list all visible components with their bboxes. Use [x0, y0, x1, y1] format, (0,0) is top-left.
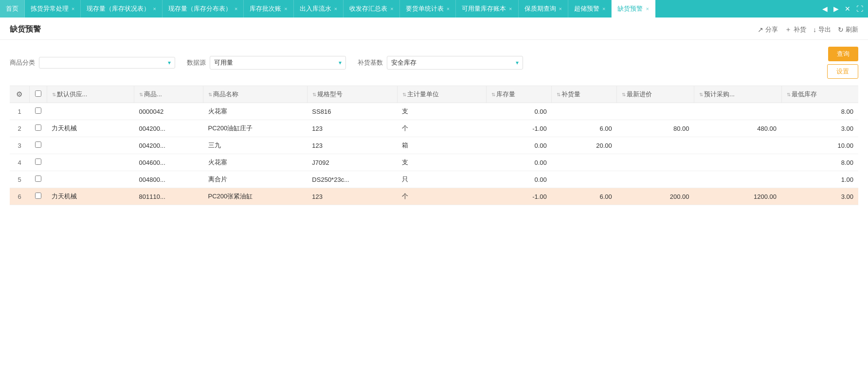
table-row: 6 力天机械 801110... PC200张紧油缸 123 个 -1.00 6… [10, 188, 858, 205]
data-table: ⚙ ⇅默认供应... ⇅商品... ⇅商品名称 ⇅规格型号 ⇅主计量单位 ⇅库存… [10, 86, 858, 205]
nav-fullscreen-btn[interactable]: ⛶ [853, 4, 866, 13]
row-min-stock-3: 8.00 [781, 154, 858, 171]
row-name-2: 三九 [203, 137, 307, 154]
col-name[interactable]: ⇅商品名称 [203, 86, 307, 103]
nav-tab-9[interactable]: 保质期查询× [519, 0, 568, 18]
row-supplier-1: 力天机械 [47, 120, 134, 137]
row-latest-price-5: 200.00 [617, 188, 694, 205]
settings-button[interactable]: 设置 [827, 64, 858, 79]
nav-tab-close-6[interactable]: × [390, 6, 393, 12]
col-estimated[interactable]: ⇅预计采购... [694, 86, 782, 103]
col-supplier[interactable]: ⇅默认供应... [47, 86, 134, 103]
row-estimated-3 [694, 154, 782, 171]
nav-tab-0[interactable]: 首页 [0, 0, 25, 18]
row-min-stock-2: 10.00 [781, 137, 858, 154]
datasource-select[interactable]: 可用量 ▾ [210, 56, 346, 70]
row-spec-1: 123 [307, 120, 397, 137]
col-code[interactable]: ⇅商品... [134, 86, 203, 103]
nav-tab-label-9: 保质期查询 [524, 4, 556, 13]
export-action[interactable]: ↓ 导出 [813, 25, 831, 34]
share-action[interactable]: ↗ 分享 [758, 25, 778, 34]
row-spec-5: 123 [307, 188, 397, 205]
row-estimated-1: 480.00 [694, 120, 782, 137]
col-spec[interactable]: ⇅规格型号 [307, 86, 397, 103]
table-row: 2 力天机械 004200... PC200油缸庄子 123 个 -1.00 6… [10, 120, 858, 137]
nav-next-btn[interactable]: ▶ [831, 4, 842, 13]
row-checkbox-5[interactable] [35, 193, 41, 199]
row-checkbox-4[interactable] [35, 176, 41, 182]
row-stock-1: -1.00 [487, 120, 552, 137]
col-min-stock[interactable]: ⇅最低库存 [781, 86, 858, 103]
restock-select[interactable]: 安全库存 ▾ [387, 56, 523, 70]
nav-tab-label-6: 收发存汇总表 [349, 4, 387, 13]
row-estimated-2 [694, 137, 782, 154]
page-header: 缺货预警 ↗ 分享 ＋ 补货 ↓ 导出 ↻ 刷新 [0, 18, 868, 40]
row-unit-5: 个 [397, 188, 487, 205]
row-check-0[interactable] [29, 103, 47, 120]
nav-tab-label-11: 缺货预警 [617, 4, 643, 13]
nav-tab-10[interactable]: 超储预警× [568, 0, 612, 18]
nav-tab-3[interactable]: 现存量（库存分布表）× [163, 0, 244, 18]
row-check-2[interactable] [29, 137, 47, 154]
row-checkbox-1[interactable] [35, 124, 41, 131]
nav-tab-close-1[interactable]: × [72, 6, 74, 12]
row-check-4[interactable] [29, 171, 47, 188]
row-code-1: 004200... [134, 120, 203, 137]
column-settings-btn[interactable]: ⚙ [16, 90, 22, 99]
nav-tab-11[interactable]: 缺货预警× [612, 0, 655, 18]
share-label: 分享 [765, 25, 778, 34]
nav-tab-close-4[interactable]: × [284, 6, 287, 12]
nav-tab-label-10: 超储预警 [574, 4, 599, 13]
top-navigation: 首页拣货异常处理×现存量（库存状况表）×现存量（库存分布表）×库存批次账×出入库… [0, 0, 868, 18]
nav-tab-8[interactable]: 可用量库存账本× [456, 0, 518, 18]
row-restock-3 [552, 154, 617, 171]
nav-tab-close-2[interactable]: × [153, 6, 156, 12]
row-unit-0: 支 [397, 103, 487, 120]
nav-tab-close-8[interactable]: × [509, 6, 512, 12]
restock-filter-label: 补货基数 [358, 58, 383, 67]
col-restock[interactable]: ⇅补货量 [552, 86, 617, 103]
row-check-3[interactable] [29, 154, 47, 171]
row-code-3: 004600... [134, 154, 203, 171]
nav-tab-close-7[interactable]: × [447, 6, 450, 12]
select-all-checkbox[interactable] [35, 90, 41, 97]
nav-tab-close-9[interactable]: × [559, 6, 562, 12]
datasource-select-value: 可用量 [214, 58, 233, 67]
nav-tab-label-8: 可用量库存账本 [462, 4, 506, 13]
filter-actions: 查询 设置 [827, 47, 858, 79]
nav-close-btn[interactable]: ✕ [842, 4, 853, 13]
row-latest-price-4 [617, 171, 694, 188]
restock-action[interactable]: ＋ 补货 [785, 25, 806, 34]
category-select[interactable]: ▾ [39, 57, 175, 69]
row-unit-2: 箱 [397, 137, 487, 154]
col-latest-price[interactable]: ⇅最新进价 [617, 86, 694, 103]
query-button[interactable]: 查询 [828, 47, 858, 61]
col-check-all[interactable] [29, 86, 47, 103]
nav-tab-7[interactable]: 要货单统计表× [400, 0, 456, 18]
row-checkbox-3[interactable] [35, 158, 41, 165]
col-unit[interactable]: ⇅主计量单位 [397, 86, 487, 103]
nav-tab-label-7: 要货单统计表 [406, 4, 444, 13]
nav-prev-btn[interactable]: ◀ [819, 4, 831, 13]
nav-tab-2[interactable]: 现存量（库存状况表）× [81, 0, 162, 18]
row-unit-4: 只 [397, 171, 487, 188]
row-checkbox-2[interactable] [35, 141, 41, 148]
row-checkbox-0[interactable] [35, 107, 41, 114]
row-name-0: 火花塞 [203, 103, 307, 120]
data-table-container: ⚙ ⇅默认供应... ⇅商品... ⇅商品名称 ⇅规格型号 ⇅主计量单位 ⇅库存… [0, 86, 868, 205]
row-check-5[interactable] [29, 188, 47, 205]
row-num-0: 1 [10, 103, 29, 120]
nav-tab-1[interactable]: 拣货异常处理× [25, 0, 81, 18]
row-check-1[interactable] [29, 120, 47, 137]
nav-tab-close-5[interactable]: × [334, 6, 337, 12]
export-label: 导出 [818, 25, 831, 34]
nav-tab-4[interactable]: 库存批次账× [244, 0, 293, 18]
nav-tab-5[interactable]: 出入库流水× [294, 0, 344, 18]
refresh-action[interactable]: ↻ 刷新 [838, 25, 858, 34]
nav-tab-close-3[interactable]: × [235, 6, 237, 12]
nav-tab-close-11[interactable]: × [646, 6, 649, 12]
table-row: 1 0000042 火花塞 SS816 支 0.00 8.00 [10, 103, 858, 120]
col-stock[interactable]: ⇅库存量 [487, 86, 552, 103]
nav-tab-6[interactable]: 收发存汇总表× [344, 0, 399, 18]
nav-tab-close-10[interactable]: × [602, 6, 605, 12]
